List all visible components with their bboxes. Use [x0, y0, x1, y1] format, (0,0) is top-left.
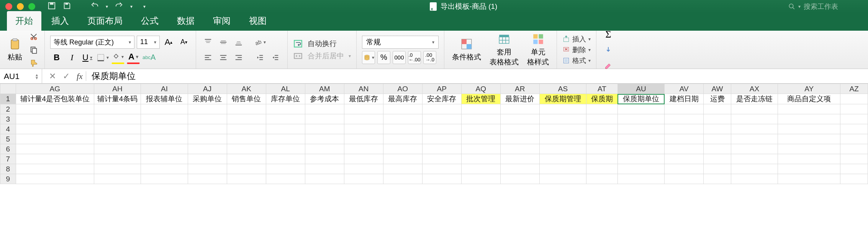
cell[interactable] [461, 114, 500, 124]
redo-dropdown-icon[interactable]: ▾ [130, 4, 133, 9]
cell[interactable] [840, 104, 868, 114]
column-header[interactable]: AL [266, 84, 305, 94]
cell[interactable] [500, 124, 539, 134]
clear-icon[interactable] [602, 59, 615, 72]
cell[interactable] [188, 104, 227, 114]
column-header[interactable]: AK [227, 84, 266, 94]
column-header[interactable]: AT [586, 84, 618, 94]
column-header[interactable]: AU [617, 84, 664, 94]
cell[interactable] [383, 104, 422, 114]
cell[interactable] [305, 164, 344, 174]
cell[interactable] [500, 144, 539, 154]
cell[interactable] [665, 154, 704, 164]
name-box[interactable]: AU1 ▴▾ [0, 69, 42, 83]
cell[interactable] [383, 154, 422, 164]
cell[interactable]: 辅计量4是否包装单位 [16, 94, 94, 104]
cell[interactable]: 批次管理 [461, 94, 500, 104]
cell[interactable] [266, 164, 305, 174]
cell[interactable] [665, 174, 704, 184]
cell[interactable] [539, 134, 586, 144]
cell[interactable] [704, 104, 731, 114]
row-header[interactable]: 8 [0, 164, 16, 174]
cell[interactable] [141, 104, 188, 114]
cell[interactable] [344, 134, 383, 144]
cell[interactable] [16, 154, 94, 164]
cell[interactable] [840, 174, 868, 184]
cell[interactable] [141, 124, 188, 134]
cell[interactable] [731, 104, 778, 114]
autosave-icon[interactable] [47, 2, 56, 12]
undo-icon[interactable] [90, 2, 99, 12]
tab-review[interactable]: 审阅 [205, 11, 239, 31]
cut-icon[interactable] [28, 31, 39, 42]
cell[interactable] [586, 164, 618, 174]
delete-cells-button[interactable]: 删除▾ [562, 45, 591, 54]
cell[interactable]: 保质期 [586, 94, 618, 104]
cell[interactable] [344, 144, 383, 154]
cell[interactable] [305, 144, 344, 154]
font-name-select[interactable]: 等线 Regular (正文)▾ [50, 36, 134, 49]
tab-home[interactable]: 开始 [7, 11, 41, 31]
sheet-search-input[interactable] [804, 3, 861, 11]
cell[interactable] [665, 114, 704, 124]
cell[interactable] [704, 114, 731, 124]
search-dropdown-icon[interactable]: ▾ [798, 4, 801, 9]
cell[interactable] [266, 114, 305, 124]
font-size-select[interactable]: 11▾ [137, 36, 160, 49]
cell[interactable] [617, 164, 664, 174]
cell[interactable] [16, 104, 94, 114]
cell[interactable] [704, 174, 731, 184]
column-header[interactable]: AY [778, 84, 840, 94]
cell[interactable] [344, 154, 383, 164]
decrease-indent-icon[interactable] [254, 51, 267, 64]
font-color-button[interactable]: A▾ [127, 51, 140, 64]
cell[interactable] [422, 164, 461, 174]
cell[interactable] [778, 134, 840, 144]
cell[interactable] [586, 104, 618, 114]
cell[interactable] [778, 174, 840, 184]
cell[interactable] [94, 134, 141, 144]
cell[interactable] [539, 154, 586, 164]
zoom-window-icon[interactable] [28, 3, 35, 10]
cell[interactable] [422, 154, 461, 164]
cell[interactable] [778, 154, 840, 164]
cell[interactable] [704, 144, 731, 154]
cell[interactable] [422, 144, 461, 154]
column-header[interactable]: AJ [188, 84, 227, 94]
cell[interactable] [305, 114, 344, 124]
tab-data[interactable]: 数据 [169, 11, 203, 31]
decrease-font-icon[interactable]: A▾ [177, 36, 190, 49]
cell[interactable] [665, 164, 704, 174]
cell[interactable] [731, 144, 778, 154]
cell[interactable] [840, 144, 868, 154]
cell[interactable] [617, 124, 664, 134]
fx-icon[interactable]: fx [77, 71, 83, 81]
row-header[interactable]: 1 [0, 94, 16, 104]
cell[interactable] [586, 134, 618, 144]
column-header[interactable]: AR [500, 84, 539, 94]
align-middle-icon[interactable] [217, 36, 230, 49]
column-header[interactable]: AG [16, 84, 94, 94]
decrease-decimal-icon[interactable]: .00→.0 [423, 51, 436, 64]
cell[interactable] [617, 114, 664, 124]
cell[interactable] [500, 164, 539, 174]
cell[interactable] [617, 134, 664, 144]
namebox-stepper-icon[interactable]: ▴▾ [36, 73, 38, 79]
cell[interactable]: 建档日期 [665, 94, 704, 104]
cell[interactable] [94, 174, 141, 184]
cell[interactable] [188, 144, 227, 154]
cell[interactable] [422, 174, 461, 184]
column-header[interactable]: AX [731, 84, 778, 94]
orientation-icon[interactable]: ab▾ [254, 36, 267, 49]
italic-button[interactable]: I [66, 51, 79, 64]
phonetic-guide-button[interactable]: abcA [142, 51, 156, 64]
increase-indent-icon[interactable] [269, 51, 282, 64]
cell[interactable] [539, 114, 586, 124]
cell[interactable] [500, 114, 539, 124]
cell[interactable] [188, 124, 227, 134]
cell[interactable] [461, 154, 500, 164]
cell[interactable] [227, 134, 266, 144]
cell[interactable]: 最高库存 [383, 94, 422, 104]
cell[interactable] [266, 134, 305, 144]
cancel-formula-icon[interactable]: ✕ [49, 71, 56, 81]
